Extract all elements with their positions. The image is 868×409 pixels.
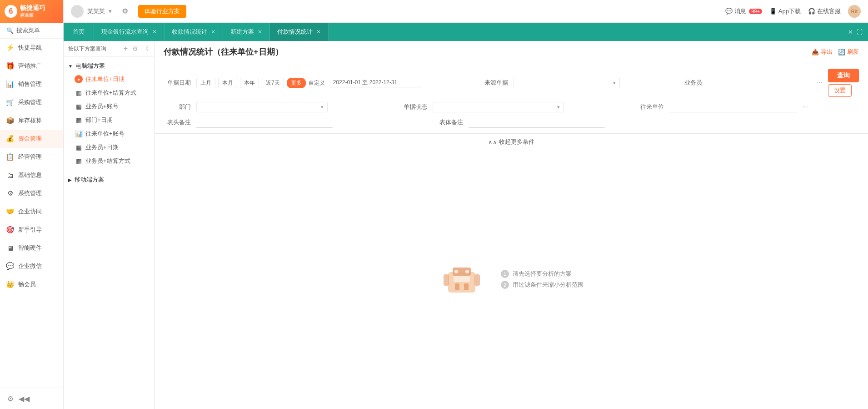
sidebar-item-finance[interactable]: 💰 资金管理 xyxy=(0,130,63,148)
export-button[interactable]: 📤 导出 xyxy=(812,48,833,56)
body-note-input[interactable] xyxy=(469,117,605,128)
tab-bank[interactable]: 现金银行流水查询 ✕ xyxy=(94,23,165,41)
collapse-panel-button[interactable]: 《 xyxy=(142,45,150,53)
collapse-up-icon: ∧∧ xyxy=(488,139,497,146)
solution-item-unit-account[interactable]: 📊 往来单位+账号 xyxy=(64,127,154,141)
sidebar-item-wechat[interactable]: 💬 企业微信 xyxy=(0,257,63,275)
active-solution-icon: ● xyxy=(75,75,83,83)
message-item[interactable]: 💬 消息 99+ xyxy=(725,7,762,15)
last-7days-btn[interactable]: 近7天 xyxy=(262,78,284,88)
tab-close-all-icon[interactable]: ✕ xyxy=(848,29,853,35)
solution-item-staff-date[interactable]: ▦ 业务员+日期 xyxy=(64,141,154,154)
solution-label: 往来单位+日期 xyxy=(85,75,125,83)
user-profile-item[interactable]: Rit xyxy=(848,5,861,18)
tab-close-icon[interactable]: ✕ xyxy=(316,29,321,35)
solution-item-staff-account[interactable]: ▦ 业务员+账号 xyxy=(64,100,154,113)
topbar-right: 💬 消息 99+ 📱 App下载 🎧 在线客服 Rit xyxy=(725,5,861,18)
search-label: 搜索菜单 xyxy=(16,26,40,35)
sidebar-item-purchase[interactable]: 🛒 采购管理 xyxy=(0,93,63,111)
sidebar-item-label: 营销推广 xyxy=(18,62,42,70)
doc-status-select[interactable]: ▾ xyxy=(433,102,564,112)
solution-label: 往来单位+结算方式 xyxy=(85,89,136,97)
settings-button[interactable]: ⚙ xyxy=(4,392,17,405)
more-btn[interactable]: 更多 xyxy=(287,78,306,88)
doc-status-label: 单据状态 xyxy=(400,103,427,111)
source-select[interactable]: ▾ xyxy=(514,78,619,88)
mobile-group-header[interactable]: ▶ 移动端方案 xyxy=(64,173,154,186)
staff-ellipsis-icon[interactable]: ··· xyxy=(817,79,823,87)
body-note-label: 表体备注 xyxy=(436,118,463,126)
export-icon: 📤 xyxy=(812,49,819,56)
solution-grid-icon: ▦ xyxy=(75,157,83,165)
message-label: 消息 xyxy=(734,7,746,15)
message-icon: 💬 xyxy=(725,8,733,15)
sidebar-item-label: 快捷导航 xyxy=(18,44,42,52)
partner-input[interactable] xyxy=(669,101,797,112)
solution-item-dept-date[interactable]: ▦ 部门+日期 xyxy=(64,113,154,127)
svg-rect-4 xyxy=(455,283,459,290)
tab-fullscreen-icon[interactable]: ⛶ xyxy=(857,29,863,35)
dropdown-icon[interactable]: ▾ xyxy=(109,8,112,15)
tab-close-icon[interactable]: ✕ xyxy=(258,29,262,35)
sidebar-item-guide[interactable]: 🎯 新手引导 xyxy=(0,221,63,239)
this-month-btn[interactable]: 本月 xyxy=(218,78,237,88)
tab-close-icon[interactable]: ✕ xyxy=(152,29,157,35)
sidebar-item-sales[interactable]: 📊 销售管理 xyxy=(0,75,63,93)
settings-gear-btn[interactable]: ⚙ xyxy=(115,5,135,18)
this-year-btn[interactable]: 本年 xyxy=(240,78,259,88)
logo-text: 畅捷通巧 xyxy=(20,4,45,11)
tab-label: 付款情况统计 xyxy=(277,28,313,36)
sidebar-item-label: 企业协同 xyxy=(18,207,42,216)
right-panel: 付款情况统计（往来单位+日期） 📤 导出 🔄 刷新 单据日期 xyxy=(155,41,868,409)
refresh-button[interactable]: 🔄 刷新 xyxy=(838,48,859,56)
app-download-item[interactable]: 📱 App下载 xyxy=(769,7,801,15)
sidebar-item-operations[interactable]: 📋 经营管理 xyxy=(0,148,63,166)
date-range-input[interactable] xyxy=(330,79,421,87)
sidebar-item-member[interactable]: 👑 畅会员 xyxy=(0,275,63,293)
sidebar-item-inventory[interactable]: 📦 库存核算 xyxy=(0,111,63,130)
tab-new-plan[interactable]: 新建方案 ✕ xyxy=(223,23,270,41)
solution-item-unit-date[interactable]: ● 往来单位+日期 xyxy=(64,72,154,86)
collapse-more-btn[interactable]: ∧∧ 收起更多条件 xyxy=(155,134,868,150)
group-arrow-icon: ▶ xyxy=(68,177,72,182)
tab-home[interactable]: 首页 xyxy=(64,23,94,41)
empty-content: 1 请先选择要分析的方案 2 用过滤条件来缩小分析范围 xyxy=(439,258,584,301)
desktop-group-header[interactable]: ▼ 电脑端方案 xyxy=(64,60,154,72)
sidebar-item-hardware[interactable]: 🖥 智能硬件 xyxy=(0,239,63,257)
collapse-sidebar-button[interactable]: ◀◀ xyxy=(17,392,31,405)
solution-label: 部门+日期 xyxy=(85,116,113,124)
tab-receipt[interactable]: 收款情况统计 ✕ xyxy=(165,23,223,41)
tab-payment[interactable]: 付款情况统计 ✕ xyxy=(270,23,329,41)
sidebar-item-system[interactable]: ⚙ 系统管理 xyxy=(0,184,63,202)
industry-plan-btn[interactable]: 体验行业方案 xyxy=(138,5,186,18)
sidebar-item-label: 基础信息 xyxy=(18,171,42,179)
sidebar-item-marketing[interactable]: 🎁 营销推广 xyxy=(0,57,63,75)
solution-settings-button[interactable]: ⚙ xyxy=(131,45,139,53)
partner-ellipsis-icon[interactable]: ··· xyxy=(802,103,808,111)
query-button[interactable]: 查询 xyxy=(828,69,859,82)
page-header: 付款情况统计（往来单位+日期） 📤 导出 🔄 刷新 xyxy=(155,41,868,63)
sidebar-item-basic[interactable]: 🗂 基础信息 xyxy=(0,166,63,184)
dept-select[interactable]: ▾ xyxy=(196,102,328,112)
user-avatar-topbar: Rit xyxy=(848,5,861,18)
solution-grid-icon: ▦ xyxy=(75,143,83,151)
group-label: 移动端方案 xyxy=(75,176,104,184)
filter-settings-button[interactable]: 设置 xyxy=(828,84,852,97)
empty-tip-2: 2 用过滤条件来缩小分析范围 xyxy=(501,281,584,289)
solution-item-unit-settlement[interactable]: ▦ 往来单位+结算方式 xyxy=(64,86,154,100)
sidebar-item-label: 畅会员 xyxy=(18,280,36,288)
sidebar-item-enterprise[interactable]: 🤝 企业协同 xyxy=(0,202,63,221)
hardware-icon: 🖥 xyxy=(5,243,15,252)
sidebar-item-quick-nav[interactable]: ⚡ 快捷导航 xyxy=(0,39,63,57)
header-note-input[interactable] xyxy=(196,117,333,128)
online-service-item[interactable]: 🎧 在线客服 xyxy=(808,7,841,15)
service-label: 在线客服 xyxy=(817,7,841,15)
tab-close-icon[interactable]: ✕ xyxy=(211,29,215,35)
left-panel: 按以下方案查询 + ⚙ 《 ▼ 电脑端方案 ● 往来单位+日期 ▦ xyxy=(64,41,155,409)
date-range-container xyxy=(330,79,421,87)
solution-item-staff-settlement[interactable]: ▦ 业务员+结算方式 xyxy=(64,154,154,168)
sidebar-search[interactable]: 🔍 搜索菜单 xyxy=(0,23,63,39)
staff-input[interactable] xyxy=(708,77,811,88)
add-solution-button[interactable]: + xyxy=(123,45,129,53)
last-month-btn[interactable]: 上月 xyxy=(196,78,215,88)
